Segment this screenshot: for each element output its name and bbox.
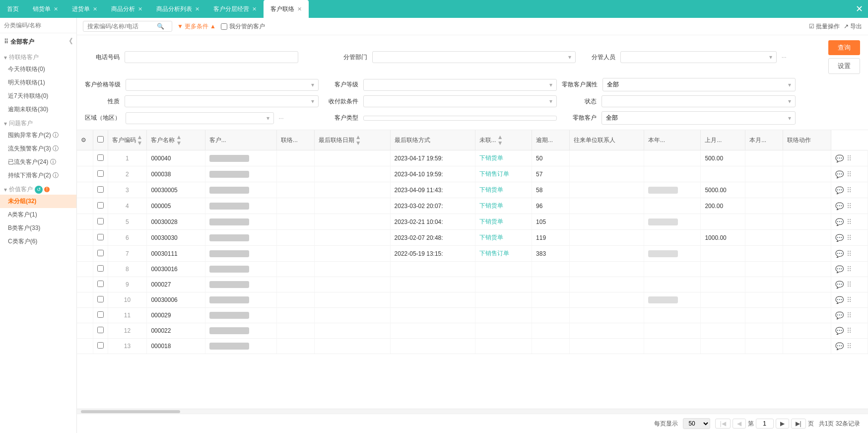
- grid-action-icon[interactable]: ⠿: [847, 296, 852, 304]
- grid-action-icon[interactable]: ⠿: [847, 154, 852, 162]
- message-icon[interactable]: 💬: [835, 281, 844, 289]
- th-select-all[interactable]: [93, 130, 108, 150]
- tab-product-analysis[interactable]: 商品分析 ✕: [104, 0, 149, 18]
- contact-method-link[interactable]: 下销货单: [479, 234, 503, 241]
- row-checkbox-cell[interactable]: [93, 166, 108, 182]
- row-last-method[interactable]: 下销售订单: [475, 246, 532, 262]
- th-gear[interactable]: ⚙: [77, 130, 93, 150]
- contact-method-link[interactable]: 下销货单: [479, 154, 503, 161]
- message-icon[interactable]: 💬: [835, 250, 844, 258]
- message-icon[interactable]: 💬: [835, 342, 844, 350]
- row-checkbox[interactable]: [97, 311, 104, 318]
- row-checkbox-cell[interactable]: [93, 262, 108, 277]
- message-icon[interactable]: 💬: [835, 154, 844, 162]
- tab-close-product-analysis[interactable]: ✕: [138, 6, 142, 12]
- row-checkbox-cell[interactable]: [93, 292, 108, 308]
- tab-product-analysis-list[interactable]: 商品分析列表 ✕: [149, 0, 206, 18]
- row-checkbox[interactable]: [97, 186, 104, 193]
- payment-select[interactable]: ▾: [363, 95, 557, 107]
- sidebar-item-7days-contact[interactable]: 近7天待联络(0): [0, 89, 76, 103]
- sidebar-item-churned[interactable]: 已流失客户(24) ⓘ: [0, 155, 76, 169]
- scrollbar-thumb[interactable]: [81, 410, 180, 413]
- price-level-select[interactable]: ▾: [126, 79, 319, 91]
- row-checkbox[interactable]: [97, 250, 104, 256]
- sidebar-item-class-a[interactable]: A类客户(1): [0, 208, 76, 221]
- sidebar-group-value[interactable]: ▾ 价值客户 ↺ !: [0, 182, 76, 195]
- sidebar-item-class-b[interactable]: B类客户(33): [0, 221, 76, 235]
- select-all-checkbox[interactable]: [97, 136, 104, 143]
- contact-method-link[interactable]: 下销售订单: [479, 250, 509, 257]
- sidebar-all-customers[interactable]: ⠿ 全部客户 《: [0, 33, 76, 50]
- main-search-box[interactable]: 🔍: [83, 21, 172, 32]
- message-icon[interactable]: 💬: [835, 202, 844, 210]
- window-close-icon[interactable]: ✕: [856, 3, 863, 14]
- dept-select[interactable]: ▾: [372, 51, 575, 63]
- row-checkbox[interactable]: [97, 296, 104, 302]
- tab-close-sales-order[interactable]: ✕: [54, 6, 58, 12]
- horizontal-scrollbar[interactable]: [77, 409, 868, 414]
- my-customer-checkbox[interactable]: [221, 23, 227, 30]
- region-more-icon[interactable]: ···: [279, 115, 284, 122]
- tab-sales-order[interactable]: 销货单 ✕: [26, 0, 65, 18]
- row-checkbox-cell[interactable]: [93, 182, 108, 198]
- row-checkbox-cell[interactable]: [93, 308, 108, 323]
- sidebar-item-overdue-contact[interactable]: 逾期未联络(30): [0, 103, 76, 116]
- row-checkbox[interactable]: [97, 265, 104, 272]
- export-button[interactable]: ↗ 导出: [844, 22, 862, 31]
- message-icon[interactable]: 💬: [835, 170, 844, 178]
- next-page-button[interactable]: ▶: [776, 419, 789, 429]
- prev-page-button[interactable]: ◀: [733, 419, 746, 429]
- row-checkbox-cell[interactable]: [93, 198, 108, 214]
- row-checkbox[interactable]: [97, 154, 104, 161]
- contact-method-link[interactable]: 下销货单: [479, 202, 503, 209]
- tab-customer-contact[interactable]: 客户联络 ✕: [264, 0, 309, 18]
- retail-attr-select[interactable]: 全部 ▾: [602, 78, 796, 91]
- tab-home[interactable]: 首页: [0, 0, 26, 18]
- sidebar-item-declining[interactable]: 持续下滑客户(2) ⓘ: [0, 169, 76, 182]
- row-last-method[interactable]: 下销售订单: [475, 166, 532, 182]
- contact-method-link[interactable]: 下销货单: [479, 186, 503, 193]
- grid-action-icon[interactable]: ⠿: [847, 250, 852, 258]
- customer-type-select[interactable]: [363, 116, 557, 121]
- status-select[interactable]: ▾: [601, 95, 796, 107]
- row-last-method[interactable]: 下销货单: [475, 182, 532, 198]
- sidebar-item-class-c[interactable]: C类客户(6): [0, 235, 76, 248]
- message-icon[interactable]: 💬: [835, 234, 844, 242]
- message-icon[interactable]: 💬: [835, 296, 844, 304]
- row-checkbox-cell[interactable]: [93, 323, 108, 339]
- sidebar-search-input[interactable]: [4, 22, 77, 29]
- grid-action-icon[interactable]: ⠿: [847, 327, 852, 335]
- grid-action-icon[interactable]: ⠿: [847, 218, 852, 226]
- sidebar-item-abnormal[interactable]: 囤购异常客户(2) ⓘ: [0, 129, 76, 142]
- sidebar-item-tomorrow-contact[interactable]: 明天待联络(1): [0, 76, 76, 89]
- tab-close-customer-contact[interactable]: ✕: [297, 6, 302, 12]
- customer-level-select[interactable]: ▾: [363, 79, 557, 91]
- grid-action-icon[interactable]: ⠿: [847, 186, 852, 194]
- message-icon[interactable]: 💬: [835, 218, 844, 226]
- retail-customer-select[interactable]: 全部 ▾: [601, 111, 796, 125]
- batch-ops-button[interactable]: ☑ 批量操作: [809, 22, 840, 31]
- grid-action-icon[interactable]: ⠿: [847, 234, 852, 242]
- row-checkbox-cell[interactable]: [93, 246, 108, 262]
- tab-close-product-analysis-list[interactable]: ✕: [195, 6, 200, 12]
- row-checkbox-cell[interactable]: [93, 339, 108, 354]
- manager-more-icon[interactable]: ···: [782, 54, 787, 61]
- tab-close-purchase-order[interactable]: ✕: [93, 6, 97, 12]
- row-checkbox[interactable]: [97, 170, 104, 177]
- tab-customer-segment[interactable]: 客户分层经营 ✕: [206, 0, 264, 18]
- row-last-method[interactable]: 下销货单: [475, 214, 532, 230]
- grid-action-icon[interactable]: ⠿: [847, 281, 852, 289]
- main-search-input[interactable]: [87, 23, 157, 30]
- row-checkbox-cell[interactable]: [93, 230, 108, 246]
- query-button[interactable]: 查询: [828, 40, 860, 55]
- last-page-button[interactable]: ▶|: [791, 419, 806, 429]
- reset-button[interactable]: 设置: [828, 58, 860, 74]
- row-checkbox-cell[interactable]: [93, 277, 108, 292]
- row-last-method[interactable]: 下销货单: [475, 198, 532, 214]
- nature-select[interactable]: ▾: [125, 95, 319, 107]
- gear-icon[interactable]: ⚙: [81, 137, 86, 144]
- message-icon[interactable]: 💬: [835, 311, 844, 319]
- row-checkbox[interactable]: [97, 234, 104, 240]
- sidebar-item-today-contact[interactable]: 今天待联络(0): [0, 63, 76, 76]
- grid-action-icon[interactable]: ⠿: [847, 202, 852, 210]
